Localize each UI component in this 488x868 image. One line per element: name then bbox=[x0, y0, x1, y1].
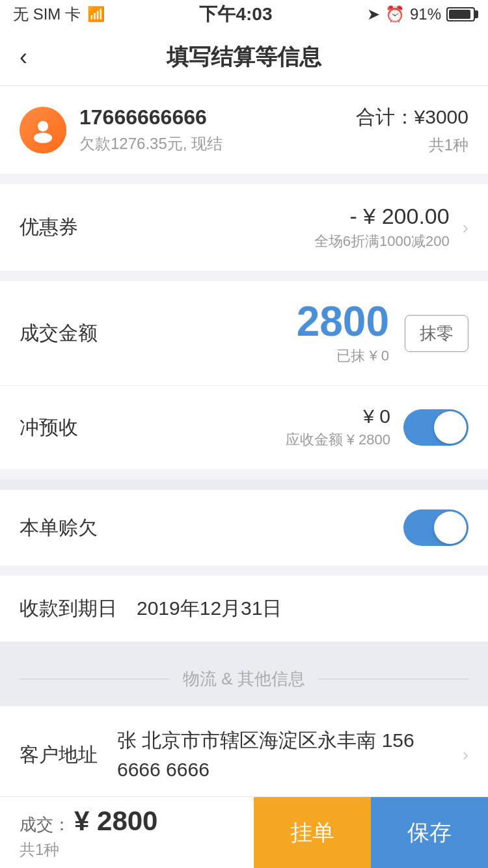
divider-1 bbox=[0, 480, 488, 490]
page-title: 填写结算等信息 bbox=[167, 42, 321, 72]
carrier-label: 无 SIM 卡 bbox=[13, 4, 81, 25]
coupon-right: - ¥ 200.00 全场6折满1000减200 › bbox=[314, 204, 468, 251]
pre-receive-val: ¥ 0 bbox=[286, 405, 390, 427]
nav-bar: ‹ 填写结算等信息 bbox=[0, 29, 488, 86]
svg-point-1 bbox=[34, 133, 52, 143]
hold-button-label: 挂单 bbox=[290, 818, 334, 848]
battery-indicator bbox=[446, 7, 475, 21]
pre-receive-row: 冲预收 ¥ 0 应收金额 ¥ 2800 bbox=[0, 386, 488, 469]
pre-receive-toggle[interactable] bbox=[403, 409, 468, 446]
logistics-title: 物流 & 其他信息 bbox=[183, 668, 305, 690]
coupon-desc: 全场6折满1000减200 bbox=[314, 232, 450, 251]
location-icon: ➤ bbox=[367, 5, 380, 23]
header-line-right bbox=[318, 679, 468, 679]
coupon-label: 优惠券 bbox=[20, 214, 78, 241]
customer-info: 17666666666 欠款1276.35元, 现结 bbox=[79, 105, 223, 154]
total-count: 共1种 bbox=[356, 135, 468, 156]
chevron-right-icon: › bbox=[463, 217, 468, 238]
total-amount: 合计：¥3000 bbox=[356, 104, 468, 131]
debt-toggle-knob bbox=[434, 511, 467, 544]
round-zero-button[interactable]: 抹零 bbox=[405, 315, 468, 352]
deal-section: 成交金额 2800 已抹 ¥ 0 抹零 冲预收 ¥ 0 应收金额 ¥ 2800 bbox=[0, 281, 488, 469]
bottom-count: 共1种 bbox=[20, 839, 234, 860]
date-value: 2019年12月31日 bbox=[137, 595, 282, 622]
address-value: 张 北京市市辖区海淀区永丰南 156 6666 6666 bbox=[117, 726, 456, 784]
deal-sub: 已抹 ¥ 0 bbox=[297, 346, 389, 366]
alarm-icon: ⏰ bbox=[385, 5, 405, 23]
back-button[interactable]: ‹ bbox=[20, 44, 40, 71]
date-label: 收款到期日 bbox=[20, 595, 117, 622]
coupon-section: 优惠券 - ¥ 200.00 全场6折满1000减200 › bbox=[0, 184, 488, 271]
deal-label: 成交金额 bbox=[20, 320, 98, 347]
divider-2 bbox=[0, 642, 488, 652]
address-chevron-icon: › bbox=[463, 744, 468, 765]
bottom-bar: 成交： ¥ 2800 共1种 挂单 保存 bbox=[0, 796, 488, 868]
toggle-knob bbox=[434, 411, 467, 444]
pre-receive-sub: 应收金额 ¥ 2800 bbox=[286, 430, 390, 450]
battery-fill bbox=[449, 10, 470, 19]
bottom-summary: 成交： ¥ 2800 共1种 bbox=[0, 806, 254, 860]
header-line-left bbox=[20, 679, 170, 679]
battery-label: 91% bbox=[410, 5, 441, 23]
status-time: 下午4:03 bbox=[199, 2, 272, 27]
hold-button[interactable]: 挂单 bbox=[254, 797, 371, 869]
pre-receive-right: ¥ 0 应收金额 ¥ 2800 bbox=[286, 405, 390, 450]
customer-left: 17666666666 欠款1276.35元, 现结 bbox=[20, 105, 223, 154]
pre-receive-label: 冲预收 bbox=[20, 414, 78, 441]
coupon-row[interactable]: 优惠券 - ¥ 200.00 全场6折满1000减200 › bbox=[0, 184, 488, 271]
debt-row: 本单赊欠 bbox=[0, 490, 488, 565]
content: 17666666666 欠款1276.35元, 现结 合计：¥3000 共1种 … bbox=[0, 86, 488, 868]
address-row[interactable]: 客户地址 张 北京市市辖区海淀区永丰南 156 6666 6666 › bbox=[0, 706, 488, 804]
debt-label: 本单赊欠 bbox=[20, 515, 98, 541]
save-button[interactable]: 保存 bbox=[371, 797, 488, 869]
deal-amount: 2800 bbox=[297, 301, 389, 342]
wifi-icon: 📶 bbox=[87, 6, 105, 23]
debt-toggle[interactable] bbox=[403, 509, 468, 546]
customer-phone: 17666666666 bbox=[79, 105, 223, 129]
status-right: ➤ ⏰ 91% bbox=[367, 5, 475, 23]
status-bar: 无 SIM 卡 📶 下午4:03 ➤ ⏰ 91% bbox=[0, 0, 488, 29]
save-button-label: 保存 bbox=[407, 818, 452, 848]
debt-section: 本单赊欠 bbox=[0, 490, 488, 565]
customer-right: 合计：¥3000 共1种 bbox=[356, 104, 468, 156]
date-row: 收款到期日 2019年12月31日 bbox=[0, 576, 488, 642]
deal-amount-row: 成交金额 2800 已抹 ¥ 0 抹零 bbox=[0, 281, 488, 386]
customer-card: 17666666666 欠款1276.35元, 现结 合计：¥3000 共1种 bbox=[0, 86, 488, 174]
customer-debt: 欠款1276.35元, 现结 bbox=[79, 133, 223, 154]
bottom-deal-label: 成交： bbox=[20, 813, 70, 836]
status-left: 无 SIM 卡 📶 bbox=[13, 4, 105, 25]
coupon-amount: - ¥ 200.00 bbox=[314, 204, 450, 229]
avatar bbox=[20, 107, 66, 154]
logistics-header: 物流 & 其他信息 bbox=[0, 652, 488, 706]
bottom-deal-amount: ¥ 2800 bbox=[74, 806, 157, 837]
address-label: 客户地址 bbox=[20, 742, 98, 768]
svg-point-0 bbox=[38, 121, 48, 131]
